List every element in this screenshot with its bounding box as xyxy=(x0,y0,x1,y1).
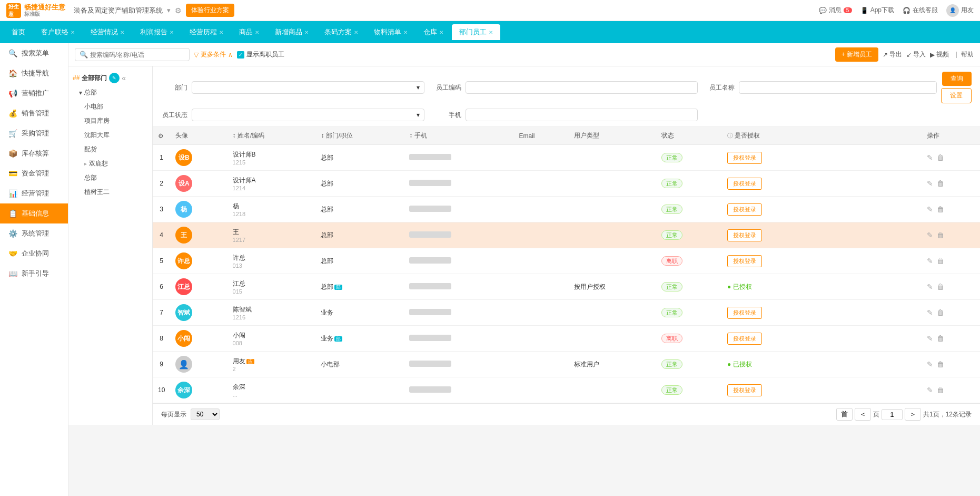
close-icon[interactable]: ✕ xyxy=(170,30,174,35)
sidebar-item-finance[interactable]: 💳 资金管理 xyxy=(0,163,68,183)
delete-button[interactable]: 🗑 xyxy=(937,205,944,213)
tab-operation[interactable]: 经营情况 ✕ xyxy=(83,24,132,40)
tab-goods[interactable]: 商品 ✕ xyxy=(232,24,266,40)
delete-button[interactable]: 🗑 xyxy=(937,179,944,188)
edit-button[interactable]: ✎ xyxy=(927,231,933,239)
more-conditions-button[interactable]: ▽ 更多条件 ∧ xyxy=(194,50,233,59)
close-icon[interactable]: ✕ xyxy=(403,30,408,35)
prev-page-button[interactable]: ＜ xyxy=(855,408,871,421)
emp-name-input[interactable] xyxy=(739,81,937,94)
delete-button[interactable]: 🗑 xyxy=(937,257,944,265)
edit-button[interactable]: ✎ xyxy=(927,308,933,317)
online-service-button[interactable]: 🎧 在线客服 xyxy=(903,6,938,15)
dept-select[interactable]: ▾ xyxy=(192,81,424,94)
sidebar-item-system[interactable]: ⚙️ 系统管理 xyxy=(0,223,68,244)
sidebar-item-basic-info[interactable]: 📋 基础信息 xyxy=(0,203,68,223)
settings-icon[interactable]: ⚙ xyxy=(175,6,182,15)
delete-button[interactable]: 🗑 xyxy=(937,308,944,317)
close-icon[interactable]: ✕ xyxy=(304,30,309,35)
tree-edit-icon[interactable]: ✎ xyxy=(109,73,120,83)
delete-button[interactable]: 🗑 xyxy=(937,386,944,394)
emp-status-select[interactable]: ▾ xyxy=(192,109,424,121)
edit-button[interactable]: ✎ xyxy=(927,257,933,265)
close-icon[interactable]: ✕ xyxy=(354,30,358,35)
sidebar-item-sales[interactable]: 💰 销售管理 xyxy=(0,103,68,123)
view-button[interactable]: ▶ 视频 xyxy=(930,50,949,59)
edit-button[interactable]: ✎ xyxy=(927,153,933,162)
show-resign-toggle[interactable]: ✓ 显示离职员工 xyxy=(237,50,284,59)
search-input[interactable] xyxy=(90,51,185,59)
first-page-button[interactable]: 首 xyxy=(836,408,853,421)
sidebar-item-business[interactable]: 📊 经营管理 xyxy=(0,183,68,203)
auth-button[interactable]: 授权登录 xyxy=(727,203,762,216)
close-icon[interactable]: ✕ xyxy=(219,30,223,35)
edit-button[interactable]: ✎ xyxy=(927,205,933,213)
col-settings[interactable]: ⚙ xyxy=(153,127,170,145)
try-industry-button[interactable]: 体验行业方案 xyxy=(186,4,234,17)
auth-button[interactable]: 授权登录 xyxy=(727,229,762,241)
edit-button[interactable]: ✎ xyxy=(927,360,933,368)
sidebar-item-marketing[interactable]: 📢 营销推广 xyxy=(0,83,68,103)
emp-code-input[interactable] xyxy=(466,81,698,94)
tree-node-shenyang[interactable]: 沈阳大库 xyxy=(68,128,152,142)
export-button[interactable]: ↗ 导出 xyxy=(883,50,902,59)
col-dept[interactable]: ↕ 部门/职位 xyxy=(315,127,404,145)
auth-button[interactable]: 授权登录 xyxy=(727,333,762,345)
auth-button[interactable]: 授权登录 xyxy=(727,384,762,396)
set-button[interactable]: 设置 xyxy=(941,88,972,103)
sidebar-item-search[interactable]: 🔍 搜索菜单 xyxy=(0,43,68,63)
edit-button[interactable]: ✎ xyxy=(927,283,933,291)
tree-node-zongbu[interactable]: 总部 xyxy=(68,171,152,185)
tab-history[interactable]: 经营历程 ✕ xyxy=(182,24,231,40)
user-button[interactable]: 👤 用友 xyxy=(946,4,974,17)
auth-button[interactable]: 授权登录 xyxy=(727,152,762,164)
query-button[interactable]: 查询 xyxy=(942,72,972,86)
tab-warehouse[interactable]: 仓库 ✕ xyxy=(416,24,451,40)
tab-home[interactable]: 首页 xyxy=(4,24,33,40)
tab-add-goods[interactable]: 新增商品 ✕ xyxy=(268,24,316,40)
page-number-input[interactable] xyxy=(882,409,903,420)
delete-button[interactable]: 🗑 xyxy=(937,153,944,162)
next-page-button[interactable]: ＞ xyxy=(905,408,921,421)
edit-button[interactable]: ✎ xyxy=(927,386,933,394)
delete-button[interactable]: 🗑 xyxy=(937,334,944,343)
auth-button[interactable]: 授权登录 xyxy=(727,255,762,267)
close-icon[interactable]: ✕ xyxy=(71,30,75,35)
delete-button[interactable]: 🗑 xyxy=(937,360,944,368)
app-download-button[interactable]: 📱 App下载 xyxy=(860,6,894,15)
col-phone[interactable]: ↕ 手机 xyxy=(404,127,513,145)
phone-input[interactable] xyxy=(466,109,698,121)
per-page-select[interactable]: 50 100 xyxy=(191,409,220,420)
help-button[interactable]: ｜ 帮助 xyxy=(953,50,974,59)
tab-dept-staff[interactable]: 部门员工 ✕ xyxy=(452,24,500,40)
tab-bom[interactable]: 物料清单 ✕ xyxy=(367,24,415,40)
col-name[interactable]: ↕ 姓名/编码 xyxy=(227,127,316,145)
sidebar-item-purchase[interactable]: 🛒 采购管理 xyxy=(0,123,68,143)
auth-button[interactable]: 授权登录 xyxy=(727,307,762,319)
import-button[interactable]: ↙ 导入 xyxy=(906,50,926,59)
search-box[interactable]: 🔍 xyxy=(75,48,190,61)
sidebar-item-nav[interactable]: 🏠 快捷导航 xyxy=(0,63,68,83)
tree-node-xiaodibu[interactable]: 小电部 xyxy=(68,100,152,114)
all-dept-label[interactable]: 全部部门 xyxy=(82,74,107,83)
close-icon[interactable]: ✕ xyxy=(439,30,443,35)
sidebar-item-inventory[interactable]: 📦 库存核算 xyxy=(0,143,68,163)
dropdown-icon[interactable]: ▾ xyxy=(167,6,171,14)
collapse-button[interactable]: « xyxy=(122,74,126,82)
message-button[interactable]: 💬 消息 5 xyxy=(819,6,852,15)
delete-button[interactable]: 🗑 xyxy=(937,231,944,239)
edit-button[interactable]: ✎ xyxy=(927,334,933,343)
edit-button[interactable]: ✎ xyxy=(927,179,933,188)
close-icon[interactable]: ✕ xyxy=(255,30,259,35)
sidebar-item-collab[interactable]: 🤝 企业协同 xyxy=(0,244,68,264)
tree-node-parent[interactable]: ▾ 总部 xyxy=(68,85,152,100)
tree-node-delivery[interactable]: 配货 xyxy=(68,142,152,157)
tree-node-project[interactable]: 项目库房 xyxy=(68,114,152,128)
tree-node-shuanglu[interactable]: ▸ 双鹿想 xyxy=(68,157,152,171)
tree-node-zhishu[interactable]: 植树王二 xyxy=(68,185,152,199)
tab-barcode[interactable]: 条码方案 ✕ xyxy=(317,24,365,40)
tab-customer[interactable]: 客户联络 ✕ xyxy=(34,24,82,40)
sidebar-item-guide[interactable]: 📖 新手引导 xyxy=(0,264,68,284)
auth-button[interactable]: 授权登录 xyxy=(727,178,762,190)
close-icon[interactable]: ✕ xyxy=(120,30,124,35)
